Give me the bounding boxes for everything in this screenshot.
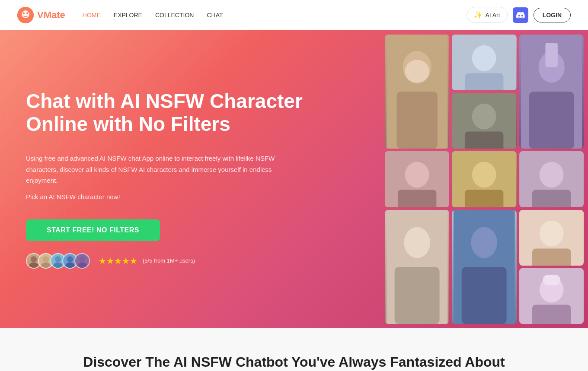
rating-text: (5/5 from 1M+ users): [143, 257, 195, 264]
svg-rect-20: [465, 73, 503, 90]
image-placeholder-3: [519, 35, 584, 149]
image-placeholder-7: [519, 151, 584, 207]
start-free-button[interactable]: START FREE! NO FILTERS: [26, 219, 160, 241]
bottom-section: Discover The AI NSFW Chatbot You've Alwa…: [0, 328, 588, 371]
grid-image-5: [385, 151, 449, 207]
login-button[interactable]: LOGIN: [534, 8, 571, 22]
svg-rect-48: [532, 304, 571, 324]
avatar-5: [74, 253, 90, 269]
image-placeholder-2: [452, 35, 516, 90]
svg-point-7: [41, 262, 50, 268]
star-rating: ★★★★★: [99, 256, 137, 266]
social-proof: ★★★★★ (5/5 from 1M+ users): [26, 253, 329, 269]
grid-image-11: [519, 268, 584, 324]
svg-point-13: [77, 262, 86, 268]
svg-point-4: [31, 256, 37, 262]
logo-text: VMate: [37, 10, 65, 21]
svg-point-35: [539, 162, 563, 188]
svg-point-8: [55, 256, 61, 262]
svg-point-5: [29, 262, 38, 268]
grid-image-7: [519, 151, 584, 207]
hero-section: Chat with AI NSFW Character Online with …: [0, 30, 588, 328]
svg-point-26: [472, 104, 496, 130]
svg-point-32: [472, 162, 496, 188]
logo[interactable]: VMate: [17, 7, 65, 23]
nav-left: VMate HOME EXPLORE COLLECTION CHAT: [17, 7, 223, 23]
hero-image-grid: [380, 30, 588, 328]
grid-image-4: [452, 93, 516, 149]
image-placeholder-9: [452, 210, 516, 324]
svg-rect-39: [395, 267, 440, 324]
svg-rect-33: [465, 190, 503, 207]
svg-rect-23: [529, 92, 574, 149]
navbar: VMate HOME EXPLORE COLLECTION CHAT ✨ AI …: [0, 0, 588, 30]
svg-rect-16: [396, 92, 437, 149]
nav-link-chat[interactable]: CHAT: [207, 12, 223, 19]
ai-art-label: AI Art: [485, 12, 500, 19]
image-placeholder-4: [452, 93, 516, 149]
discord-button[interactable]: [513, 7, 528, 23]
svg-point-44: [539, 220, 563, 246]
grid-image-8: [385, 210, 449, 324]
ai-art-icon: ✨: [474, 11, 483, 19]
hero-content: Chat with AI NSFW Character Online with …: [26, 90, 329, 268]
grid-image-6: [452, 151, 516, 207]
svg-point-6: [43, 256, 49, 262]
bottom-title: Discover The AI NSFW Chatbot You've Alwa…: [26, 354, 562, 370]
svg-point-29: [405, 162, 429, 188]
ai-art-button[interactable]: ✨ AI Art: [467, 7, 507, 23]
user-avatars: [26, 253, 86, 269]
svg-point-9: [53, 262, 62, 268]
image-placeholder-5: [385, 151, 449, 207]
image-placeholder-11: [519, 268, 584, 324]
nav-links: HOME EXPLORE COLLECTION CHAT: [83, 12, 223, 19]
grid-image-9: [452, 210, 516, 324]
discord-icon: [516, 11, 525, 19]
hero-sub-text: Pick an AI NSFW character now!: [26, 193, 329, 200]
svg-point-12: [79, 256, 85, 262]
image-placeholder-8: [385, 210, 449, 324]
logo-icon: [17, 7, 34, 23]
grid-image-10: [519, 210, 584, 266]
image-placeholder-10: [519, 210, 584, 266]
svg-point-38: [404, 227, 430, 258]
nav-right: ✨ AI Art LOGIN: [467, 7, 571, 23]
grid-image-3: [519, 35, 584, 149]
svg-rect-49: [543, 275, 560, 285]
nav-link-collection[interactable]: COLLECTION: [155, 12, 194, 19]
svg-rect-24: [545, 43, 557, 67]
hero-title: Chat with AI NSFW Character Online with …: [26, 90, 329, 136]
nav-link-home[interactable]: HOME: [83, 12, 101, 19]
svg-rect-36: [532, 190, 571, 207]
nav-link-explore[interactable]: EXPLORE: [114, 12, 142, 19]
svg-point-2: [23, 13, 25, 14]
svg-rect-42: [462, 267, 507, 324]
grid-image-2: [452, 35, 516, 90]
image-placeholder-1: [385, 35, 449, 149]
logo-svg: [17, 7, 34, 23]
svg-point-10: [67, 256, 73, 262]
svg-rect-30: [398, 190, 436, 207]
svg-point-11: [65, 262, 74, 268]
image-placeholder-6: [452, 151, 516, 207]
svg-point-3: [26, 13, 28, 14]
svg-point-19: [472, 45, 496, 71]
svg-point-17: [405, 60, 429, 83]
svg-point-41: [471, 227, 497, 258]
grid-image-1: [385, 35, 449, 149]
svg-rect-45: [532, 248, 571, 266]
hero-description: Using free and advanced AI NSFW chat App…: [26, 153, 285, 186]
svg-rect-27: [465, 132, 503, 149]
